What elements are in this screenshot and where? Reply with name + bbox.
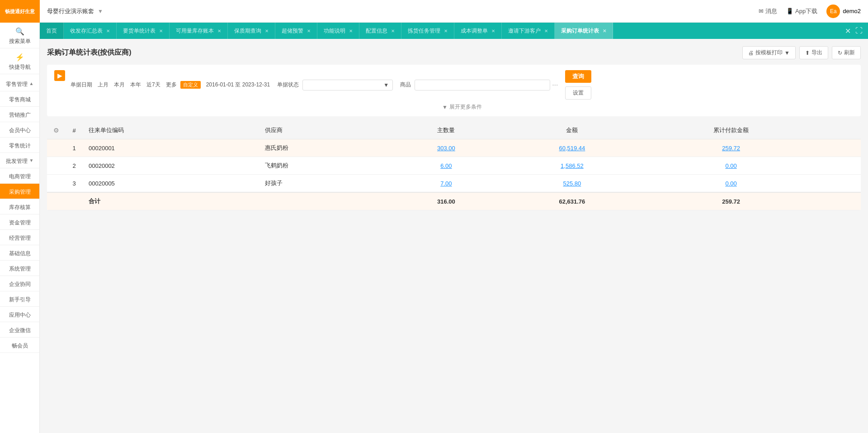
tab-yaoqing-close[interactable]: ✕: [544, 29, 548, 33]
row-paid-amount[interactable]: 0.00: [643, 175, 819, 193]
tab-chengben[interactable]: 成本调整单 ✕: [454, 23, 502, 39]
sidebar-item-member2[interactable]: 畅会员: [0, 338, 39, 353]
date-custom-tag[interactable]: 自定义: [180, 81, 201, 89]
row-paid-amount[interactable]: 259.72: [643, 139, 819, 157]
export-button[interactable]: ⬆ 导出: [799, 46, 828, 59]
row-main-qty[interactable]: 7.00: [391, 175, 501, 193]
goods-more-icon[interactable]: ···: [552, 81, 558, 89]
row-supplier: 惠氏奶粉: [259, 139, 391, 157]
row-unit-code: 00020002: [83, 157, 259, 175]
filter-row: 单据日期 上月 本月 本年 近7天 更多 自定义 2016-01-01 至 20…: [71, 70, 854, 100]
message-button[interactable]: ✉ 消息: [759, 7, 777, 15]
sidebar-item-purchase[interactable]: 采购管理: [0, 184, 39, 199]
tab-baozhi[interactable]: 保质期查询 ✕: [228, 23, 275, 39]
row-extra: [819, 157, 861, 175]
sidebar-item-appcenter[interactable]: 应用中心: [0, 307, 39, 322]
row-amount[interactable]: 525.80: [501, 175, 643, 193]
nav-tabs-actions: ✕ ⛶: [843, 23, 868, 39]
sidebar-item-search[interactable]: 🔍 搜索菜单: [0, 23, 39, 48]
date-btn-more[interactable]: 更多: [164, 80, 179, 90]
column-settings-icon[interactable]: ⚙: [53, 127, 59, 134]
row-index: 3: [65, 175, 83, 193]
tab-close-all-button[interactable]: ✕: [843, 27, 853, 35]
sidebar-item-marketing[interactable]: 营销推广: [0, 107, 39, 122]
tab-gongneng-close[interactable]: ✕: [349, 29, 353, 33]
sidebar-item-purchase-label: 采购管理: [9, 188, 31, 196]
col-unit-code: 往来单位编码: [83, 122, 259, 139]
goods-input[interactable]: [415, 80, 550, 90]
sidebar-item-finance[interactable]: 资金管理: [0, 214, 39, 230]
refresh-button[interactable]: ↻ 刷新: [832, 46, 861, 59]
sidebar-item-quicknav[interactable]: ⚡ 快捷导航: [0, 48, 39, 74]
page-actions: 🖨 按模板打印 ▼ ⬆ 导出 ↻ 刷新: [742, 46, 861, 59]
tab-maximize-button[interactable]: ⛶: [854, 27, 864, 35]
nav-tabs: 首页 收发存汇总表 ✕ 要货单统计表 ✕ 可用量库存账本 ✕ 保质期查询 ✕ 超…: [40, 23, 868, 39]
tab-peizhi[interactable]: 配置信息 ✕: [359, 23, 401, 39]
filter-date-group: 单据日期 上月 本月 本年 近7天 更多 自定义 2016-01-01 至 20…: [71, 80, 270, 90]
sidebar-item-basic[interactable]: 基础信息: [0, 245, 39, 261]
row-main-qty[interactable]: 303.00: [391, 139, 501, 157]
row-amount[interactable]: 60,519.44: [501, 139, 643, 157]
tab-chengben-close[interactable]: ✕: [491, 29, 495, 33]
tab-chaochuyujing[interactable]: 超储预警 ✕: [275, 23, 317, 39]
sidebar-item-operation[interactable]: 经营管理: [0, 230, 39, 245]
tab-yaohuo[interactable]: 要货单统计表 ✕: [117, 23, 170, 39]
date-btn-last-month[interactable]: 上月: [96, 80, 110, 90]
app-download-button[interactable]: 📱 App下载: [786, 7, 817, 15]
date-btn-this-year[interactable]: 本年: [128, 80, 143, 90]
settings-button[interactable]: 设置: [565, 86, 591, 100]
sidebar-item-search-label: 搜索菜单: [9, 38, 31, 45]
tab-keyongliang-close[interactable]: ✕: [217, 29, 221, 33]
col-amount: 金额: [501, 122, 643, 139]
tab-shoufaquhui[interactable]: 收发存汇总表 ✕: [64, 23, 117, 39]
table-container: ⚙ # 往来单位编码 供应商 主数量 金额 累计付款金额 1 00020001: [47, 122, 861, 210]
row-amount[interactable]: 1,586.52: [501, 157, 643, 175]
tab-gongneng[interactable]: 功能说明 ✕: [317, 23, 359, 39]
tab-caigou-close[interactable]: ✕: [603, 29, 606, 33]
tab-baozhi-close[interactable]: ✕: [265, 29, 269, 33]
tab-caigou[interactable]: 采购订单统计表 ✕: [555, 23, 613, 39]
row-main-qty[interactable]: 6.00: [391, 157, 501, 175]
tab-yaohuo-close[interactable]: ✕: [159, 29, 163, 33]
row-settings-cell: [47, 175, 65, 193]
sidebar-item-retail-mall[interactable]: 零售商城: [0, 91, 39, 107]
tab-home[interactable]: 首页: [40, 23, 64, 39]
tab-yaoqing[interactable]: 邀请下游客户 ✕: [502, 23, 555, 39]
sidebar-item-inventory[interactable]: 库存核算: [0, 199, 39, 214]
sidebar-item-wholesale[interactable]: 批发管理 ▼: [0, 153, 39, 168]
sidebar-item-wechat[interactable]: 企业微信: [0, 322, 39, 338]
row-paid-amount[interactable]: 0.00: [643, 157, 819, 175]
sidebar-item-ecommerce[interactable]: 电商管理: [0, 168, 39, 184]
user-menu[interactable]: Ea demo2: [826, 5, 861, 18]
tab-pihuo-close[interactable]: ✕: [444, 29, 448, 33]
tab-shoufaquhui-close[interactable]: ✕: [106, 29, 110, 33]
sidebar-item-retail-stats[interactable]: 零售统计: [0, 138, 39, 153]
date-label: 单据日期: [71, 81, 92, 89]
sidebar-item-enterprise[interactable]: 企业协同: [0, 276, 39, 291]
sidebar-item-retail[interactable]: 零售管理 ▲: [0, 74, 39, 91]
page-content: 采购订单统计表(按供应商) 🖨 按模板打印 ▼ ⬆ 导出 ↻ 刷新: [40, 39, 868, 433]
status-select[interactable]: ▼: [302, 80, 393, 90]
date-btn-7days[interactable]: 近7天: [145, 80, 162, 90]
sidebar-item-member[interactable]: 会员中心: [0, 122, 39, 138]
sidebar-item-system[interactable]: 系统管理: [0, 261, 39, 276]
sidebar-item-newguide[interactable]: 新手引导: [0, 291, 39, 307]
expand-more-button[interactable]: ▼ 展开更多条件: [71, 103, 854, 111]
sidebar-item-ecommerce-label: 电商管理: [9, 173, 31, 181]
tab-pihuo[interactable]: 拣货任务管理 ✕: [401, 23, 454, 39]
query-button[interactable]: 查询: [565, 70, 591, 83]
refresh-icon: ↻: [838, 50, 842, 56]
print-dropdown-icon[interactable]: ▼: [784, 50, 790, 56]
tab-chaochuyujing-close[interactable]: ✕: [307, 29, 311, 33]
sidebar-item-retail-stats-label: 零售统计: [9, 142, 31, 150]
sidebar-item-marketing-label: 营销推广: [9, 111, 31, 119]
goods-label: 商品: [400, 81, 411, 89]
tab-keyongliang[interactable]: 可用量库存账本 ✕: [170, 23, 228, 39]
date-btn-this-month[interactable]: 本月: [112, 80, 127, 90]
filter-toggle-button[interactable]: ▶: [54, 70, 65, 81]
workspace-dropdown-icon[interactable]: ▼: [98, 8, 103, 14]
tab-peizhi-close[interactable]: ✕: [391, 29, 395, 33]
sidebar-logo: 畅捷通好生意: [0, 0, 40, 23]
tab-yaohuo-label: 要货单统计表: [123, 27, 156, 35]
print-button[interactable]: 🖨 按模板打印 ▼: [742, 46, 796, 59]
